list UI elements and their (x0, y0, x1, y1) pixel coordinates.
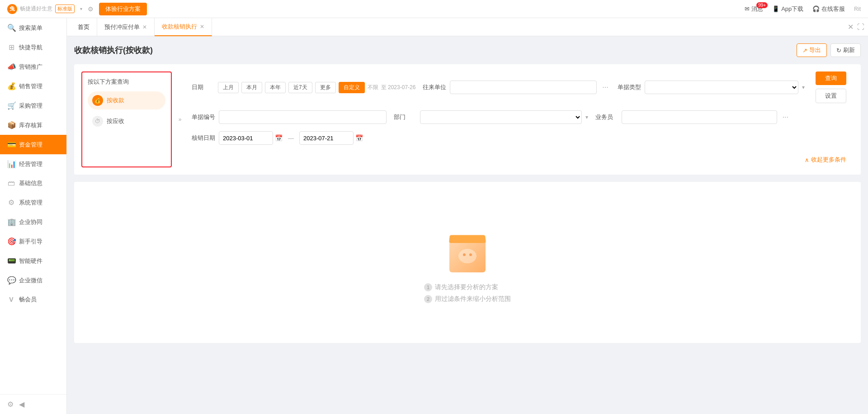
doc-type-field: 单据类型 ▾ (618, 81, 805, 94)
collapse-up-icon: ∧ (805, 157, 809, 163)
sidebar-settings-icon[interactable]: ⚙ (7, 400, 14, 409)
date-btn-more[interactable]: 更多 (315, 82, 336, 93)
query-button[interactable]: 查询 (816, 71, 846, 85)
doc-type-dropdown-icon[interactable]: ▾ (802, 84, 805, 90)
date-no-limit: 不限 (368, 84, 378, 91)
doc-type-select[interactable] (645, 81, 798, 94)
sidebar-item-label: 营销推广 (19, 63, 42, 71)
content-area: 首页 预付冲应付单 ✕ 收款核销执行 ✕ ✕ ⛶ 收款核销执行(按收款) (67, 18, 868, 414)
tab-receivable[interactable]: 收款核销执行 ✕ (155, 18, 212, 36)
sidebar: 🔍 搜索菜单 ⊞ 快捷导航 📣 营销推广 💰 销售管理 🛒 采购管理 📦 库存核… (0, 18, 67, 414)
dept-dropdown-icon[interactable]: ▾ (585, 114, 588, 120)
sidebar-item-purchase[interactable]: 🛒 采购管理 (0, 96, 66, 115)
collapse-conditions-button[interactable]: ∧ 收起更多条件 (192, 152, 846, 167)
step-2-num: 2 (424, 295, 432, 303)
industry-button[interactable]: 体验行业方案 (99, 3, 147, 15)
sidebar-bottom: ⚙ ◀ (0, 394, 66, 414)
date-btn-this-month[interactable]: 本月 (241, 82, 262, 93)
guide-icon: 🎯 (7, 237, 15, 246)
doc-no-input[interactable] (219, 110, 387, 124)
app-download-button[interactable]: 📱 App下载 (772, 5, 803, 13)
date-btn-7days[interactable]: 近7天 (288, 82, 312, 93)
verify-date-end-input[interactable] (299, 131, 354, 145)
date-btn-last-month[interactable]: 上月 (218, 82, 239, 93)
brand-area: 兔 畅捷通好生意 标准版 (7, 4, 75, 14)
sidebar-item-enterprise[interactable]: 🏢 企业协同 (0, 212, 66, 232)
date-btn-custom[interactable]: 自定义 (339, 82, 365, 93)
refresh-button[interactable]: ↻ 刷新 (830, 43, 861, 57)
doc-no-label: 单据编号 (192, 113, 215, 121)
sidebar-item-operations[interactable]: 📊 经营管理 (0, 154, 66, 174)
query-option-label: 按收款 (107, 96, 124, 105)
counterpart-more-icon[interactable]: ··· (600, 83, 610, 91)
staff-input[interactable] (622, 110, 777, 124)
query-scheme-title: 按以下方案查询 (88, 78, 165, 86)
brand-name: 畅捷通好生意 (20, 5, 52, 13)
sidebar-item-label: 智能硬件 (19, 257, 42, 265)
settings-icon[interactable]: ⚙ (88, 5, 94, 13)
sidebar-item-member[interactable]: V 畅会员 (0, 290, 66, 309)
empty-state: 1 请先选择要分析的方案 2 用过滤条件来缩小分析范围 (74, 182, 861, 343)
tab-fullscreen-icon[interactable]: ⛶ (857, 23, 864, 31)
staff-more-icon[interactable]: ··· (781, 113, 790, 121)
sidebar-item-system[interactable]: ⚙ 系统管理 (0, 193, 66, 212)
sidebar-item-label: 畅会员 (19, 295, 37, 304)
doc-type-label: 单据类型 (618, 83, 641, 91)
tab-prepay-close[interactable]: ✕ (142, 24, 147, 30)
counterpart-field: 往来单位 ··· (423, 81, 610, 94)
top-bar: 兔 畅捷通好生意 标准版 ▾ ⚙ 体验行业方案 ✉ 消息 99+ 📱 App下载… (0, 0, 868, 18)
finance-icon: 💳 (7, 140, 15, 149)
top-bar-right: ✉ 消息 99+ 📱 App下载 🎧 在线客服 Rit (745, 5, 861, 13)
tab-receivable-close[interactable]: ✕ (200, 24, 204, 30)
sidebar-item-hardware[interactable]: 📟 智能硬件 (0, 251, 66, 271)
hardware-icon: 📟 (7, 257, 15, 265)
main-layout: 🔍 搜索菜单 ⊞ 快捷导航 📣 营销推广 💰 销售管理 🛒 采购管理 📦 库存核… (0, 18, 868, 414)
app-icon: 📱 (772, 5, 779, 12)
sidebar-item-marketing[interactable]: 📣 营销推广 (0, 57, 66, 76)
verify-date-label: 核销日期 (192, 134, 215, 142)
tab-close-all-icon[interactable]: ✕ (848, 23, 854, 31)
query-option-by-receivable[interactable]: ⏱ 按应收 (88, 112, 165, 130)
setting-button[interactable]: 设置 (816, 89, 846, 103)
sidebar-item-basicinfo[interactable]: 🗃 基础信息 (0, 174, 66, 193)
doc-no-field: 单据编号 (192, 110, 387, 124)
sidebar-item-guide[interactable]: 🎯 新手引导 (0, 232, 66, 251)
sidebar-item-quicknav[interactable]: ⊞ 快捷导航 (0, 38, 66, 57)
message-badge: 99+ (756, 2, 768, 8)
verify-date-end-calendar-icon[interactable]: 📅 (355, 134, 363, 142)
tab-prepay[interactable]: 预付冲应付单 ✕ (97, 18, 155, 36)
brand-dropdown-icon[interactable]: ▾ (80, 6, 82, 11)
verify-date-end-group: 📅 (299, 131, 363, 145)
collapse-left-button[interactable]: » (175, 71, 184, 167)
tab-home-label: 首页 (78, 23, 90, 31)
sidebar-item-finance[interactable]: 💳 资金管理 (0, 135, 66, 154)
step-2-text: 用过滤条件来缩小分析范围 (435, 295, 511, 303)
empty-step-1: 1 请先选择要分析的方案 (424, 283, 511, 291)
sidebar-item-sales[interactable]: 💰 销售管理 (0, 76, 66, 96)
sidebar-item-search[interactable]: 🔍 搜索菜单 (0, 18, 66, 38)
counterpart-input[interactable] (450, 81, 597, 94)
tab-home[interactable]: 首页 (71, 18, 97, 36)
verify-date-start-calendar-icon[interactable]: 📅 (275, 134, 283, 142)
verify-date-start-input[interactable] (219, 131, 273, 145)
sidebar-item-wechat[interactable]: 💬 企业微信 (0, 271, 66, 290)
query-option-by-receipt[interactable]: 💰 按收款 (88, 91, 165, 109)
export-button[interactable]: ↗ 导出 (797, 43, 827, 57)
sidebar-item-label: 系统管理 (19, 199, 42, 207)
basicinfo-icon: 🗃 (7, 179, 15, 187)
marketing-icon: 📣 (7, 62, 15, 71)
sidebar-item-label: 基础信息 (19, 179, 42, 187)
step-1-num: 1 (424, 283, 432, 291)
message-button[interactable]: ✉ 消息 99+ (745, 5, 763, 13)
user-name[interactable]: Rit (854, 6, 861, 12)
query-row-2: 单据编号 部门 ▾ 业务员 ··· (192, 110, 846, 124)
query-form: 日期 上月 本月 本年 近7天 更多 自定义 不限 至 2023-07-26 (184, 71, 854, 167)
date-btn-this-year[interactable]: 本年 (265, 82, 286, 93)
sidebar-item-inventory[interactable]: 📦 库存核算 (0, 115, 66, 135)
dept-field: 部门 ▾ (394, 110, 589, 124)
purchase-icon: 🛒 (7, 101, 15, 110)
sidebar-collapse-icon[interactable]: ◀ (19, 400, 24, 409)
date-to-label: 至 2023-07-26 (381, 84, 416, 91)
service-button[interactable]: 🎧 在线客服 (812, 5, 845, 13)
dept-select[interactable] (420, 110, 582, 124)
